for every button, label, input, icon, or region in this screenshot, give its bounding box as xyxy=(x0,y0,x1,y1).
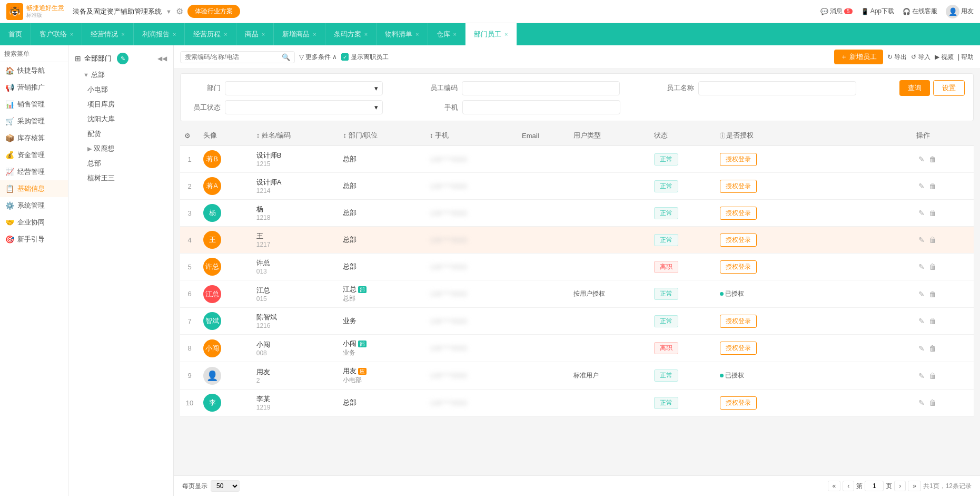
tab-operation[interactable]: 经营情况× xyxy=(82,23,133,45)
dept-tree-item-peihuo[interactable]: 配货 xyxy=(68,127,173,141)
edit-button[interactable]: ✎ xyxy=(916,261,927,272)
close-icon[interactable]: × xyxy=(453,31,457,37)
sidebar-item-marketing[interactable]: 📢 营销推广 xyxy=(0,79,68,96)
emp-status-select[interactable]: ▾ xyxy=(225,100,383,114)
query-button[interactable]: 查询 xyxy=(899,80,930,96)
app-download-button[interactable]: 📱 App下载 xyxy=(861,7,894,16)
dept-tree-item-shenyang[interactable]: 沈阳大库 xyxy=(68,112,173,127)
edit-button[interactable]: ✎ xyxy=(916,208,927,218)
delete-button[interactable]: 🗑 xyxy=(927,289,938,299)
settings-button[interactable]: ⚙ xyxy=(176,6,183,16)
edit-button[interactable]: ✎ xyxy=(916,235,927,245)
phone-input[interactable] xyxy=(462,100,620,114)
edit-button[interactable]: ✎ xyxy=(916,289,927,299)
edit-button[interactable]: ✎ xyxy=(916,181,927,191)
edit-button[interactable]: ✎ xyxy=(916,154,927,164)
close-icon[interactable]: × xyxy=(224,31,227,37)
authorize-button[interactable]: 授权登录 xyxy=(720,234,757,247)
authorize-button[interactable]: 授权登录 xyxy=(720,342,757,355)
next-page-button[interactable]: › xyxy=(894,481,906,491)
delete-button[interactable]: 🗑 xyxy=(927,343,938,354)
col-phone[interactable]: ↕ 手机 xyxy=(425,125,518,146)
trial-button[interactable]: 体验行业方案 xyxy=(187,5,240,18)
all-dept-label[interactable]: ⊞ 全部部门 ✎ xyxy=(75,53,157,64)
prev-page-button[interactable]: ‹ xyxy=(843,481,854,491)
sidebar-item-inventory[interactable]: 📦 库存核算 xyxy=(0,130,68,147)
emp-name-input[interactable] xyxy=(698,81,856,95)
delete-button[interactable]: 🗑 xyxy=(927,371,938,381)
close-icon[interactable]: × xyxy=(173,31,176,37)
import-button[interactable]: ↺ 导入 xyxy=(911,53,930,62)
edit-button[interactable]: ✎ xyxy=(916,343,927,354)
delete-button[interactable]: 🗑 xyxy=(927,208,938,218)
message-button[interactable]: 💬 消息 5 xyxy=(820,7,853,16)
edit-button[interactable]: ✎ xyxy=(916,371,927,381)
tab-bom[interactable]: 物料清单× xyxy=(377,23,428,45)
close-icon[interactable]: × xyxy=(415,31,419,37)
show-resigned-checkbox[interactable]: ✓ 显示离职员工 xyxy=(341,53,389,62)
search-submit-icon[interactable]: 🔍 xyxy=(282,53,290,61)
dept-select[interactable]: ▾ xyxy=(225,81,383,95)
dept-tree-item-shuangluxiang[interactable]: ▶ 双鹿想 xyxy=(68,141,173,156)
tab-dept-employee[interactable]: 部门员工× xyxy=(466,23,517,45)
sidebar-item-management[interactable]: 📈 经营管理 xyxy=(0,163,68,180)
close-active-icon[interactable]: × xyxy=(504,31,508,37)
search-input[interactable] xyxy=(185,53,280,61)
last-page-button[interactable]: » xyxy=(908,481,921,491)
close-icon[interactable]: × xyxy=(70,31,73,37)
delete-button[interactable]: 🗑 xyxy=(927,397,938,408)
authorize-button[interactable]: 授权登录 xyxy=(720,315,757,328)
sidebar-item-navigation[interactable]: 🏠 快捷导航 xyxy=(0,62,68,79)
col-dept-position[interactable]: ↕ 部门/职位 xyxy=(339,125,425,146)
first-page-button[interactable]: « xyxy=(828,481,841,491)
authorize-button[interactable]: 授权登录 xyxy=(720,260,757,274)
dept-tree-item-zongbu[interactable]: ▼ 总部 xyxy=(68,67,173,82)
dept-tree-item-zongbu2[interactable]: 总部 xyxy=(68,156,173,171)
delete-button[interactable]: 🗑 xyxy=(927,235,938,245)
tab-home[interactable]: 首页 xyxy=(0,23,31,45)
set-button[interactable]: 设置 xyxy=(933,80,965,96)
dept-tree-item-zhishu[interactable]: 植树王三 xyxy=(68,171,173,186)
delete-button[interactable]: 🗑 xyxy=(927,181,938,191)
dept-tree-item-xiaodiandept[interactable]: 小电部 xyxy=(68,82,173,97)
dept-collapse-button[interactable]: ◀◀ xyxy=(157,55,167,62)
tab-warehouse[interactable]: 仓库× xyxy=(428,23,466,45)
authorize-button[interactable]: 授权登录 xyxy=(720,180,757,193)
tab-history[interactable]: 经营历程× xyxy=(185,23,236,45)
tab-profit[interactable]: 利润报告× xyxy=(134,23,185,45)
sidebar-item-sales[interactable]: 📊 销售管理 xyxy=(0,96,68,113)
sidebar-item-collab[interactable]: 🤝 企业协同 xyxy=(0,214,68,231)
user-menu-button[interactable]: 👤 用友 xyxy=(946,5,974,18)
sidebar-item-finance[interactable]: 💰 资金管理 xyxy=(0,147,68,163)
delete-button[interactable]: 🗑 xyxy=(927,154,938,164)
close-icon[interactable]: × xyxy=(313,31,316,37)
tab-customer[interactable]: 客户联络× xyxy=(31,23,82,45)
close-icon[interactable]: × xyxy=(262,31,265,37)
authorize-button[interactable]: 授权登录 xyxy=(720,153,757,166)
export-button[interactable]: ↻ 导出 xyxy=(887,53,907,62)
tab-add-goods[interactable]: 新增商品× xyxy=(274,23,325,45)
edit-button[interactable]: ✎ xyxy=(916,316,927,326)
col-name-code[interactable]: ↕ 姓名/编码 xyxy=(252,125,339,146)
delete-button[interactable]: 🗑 xyxy=(927,261,938,272)
dept-edit-button[interactable]: ✎ xyxy=(117,53,128,64)
sidebar-item-guide[interactable]: 🎯 新手引导 xyxy=(0,231,68,248)
col-settings[interactable]: ⚙ xyxy=(180,125,199,146)
video-button[interactable]: ▶ 视频 xyxy=(935,53,954,62)
close-icon[interactable]: × xyxy=(364,31,368,37)
help-button[interactable]: | 帮助 xyxy=(958,53,974,62)
close-icon[interactable]: × xyxy=(121,31,124,37)
sidebar-item-purchase[interactable]: 🛒 采购管理 xyxy=(0,113,68,130)
more-filter-button[interactable]: ▽ 更多条件 ∧ xyxy=(299,53,337,62)
sidebar-item-system[interactable]: ⚙️ 系统管理 xyxy=(0,197,68,214)
dept-tree-item-project[interactable]: 项目库房 xyxy=(68,97,173,112)
page-size-select[interactable]: 50 10 20 100 xyxy=(211,480,240,492)
delete-button[interactable]: 🗑 xyxy=(927,316,938,326)
add-employee-button[interactable]: ＋ 新增员工 xyxy=(834,50,883,64)
sidebar-search-input[interactable] xyxy=(4,50,68,57)
sidebar-item-basic-info[interactable]: 📋 基础信息 xyxy=(0,180,68,197)
dropdown-arrow-icon[interactable]: ▼ xyxy=(166,8,172,15)
tab-goods[interactable]: 商品× xyxy=(236,23,274,45)
online-service-button[interactable]: 🎧 在线客服 xyxy=(903,7,937,16)
authorize-button[interactable]: 授权登录 xyxy=(720,396,757,410)
